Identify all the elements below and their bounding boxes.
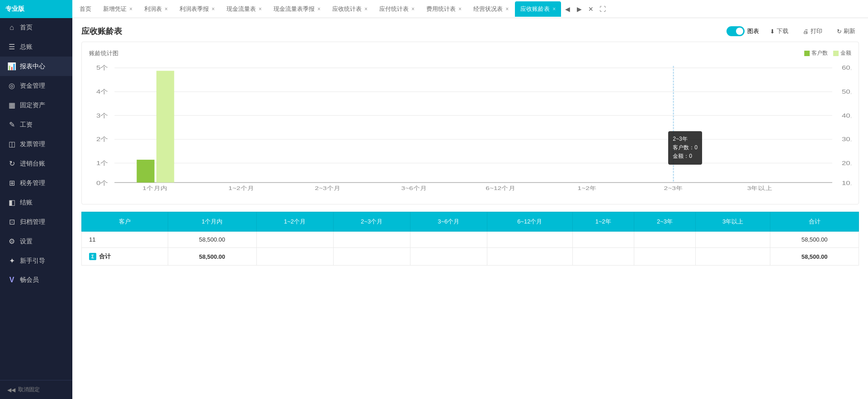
collapse-icon: ◀◀	[7, 387, 15, 393]
fund-icon: ◎	[7, 81, 16, 90]
tab-close-payable-stat[interactable]: ×	[411, 6, 415, 12]
sidebar-item-purchase[interactable]: ↻ 进销台账	[0, 154, 72, 173]
sidebar-item-home[interactable]: ⌂ 首页	[0, 18, 72, 37]
sidebar-item-guide[interactable]: ✦ 新手引导	[0, 251, 72, 271]
sidebar-item-label: 结账	[20, 199, 33, 207]
svg-text:1个月内: 1个月内	[142, 185, 168, 191]
chart-svg: 5个 4个 3个 2个 1个 0个 60,000.00元 50,000.00元 …	[89, 61, 851, 192]
invoice-icon: ◫	[7, 140, 16, 148]
tab-home[interactable]: 首页	[74, 1, 97, 17]
tab-scroll-left[interactable]: ◀	[562, 4, 573, 14]
svg-text:1~2个月: 1~2个月	[228, 185, 255, 191]
cell-y3plus	[695, 232, 770, 248]
sidebar-collapse-btn[interactable]: ◀◀ 取消固定	[0, 380, 72, 399]
tab-cashflow-quarter[interactable]: 现金流量表季报 ×	[268, 1, 326, 17]
download-icon: ⬇	[770, 28, 775, 35]
page-title: 应收账龄表	[81, 26, 122, 37]
sidebar-item-vip[interactable]: V 畅会员	[0, 271, 72, 290]
tab-close-profit-quarter[interactable]: ×	[212, 6, 215, 12]
sidebar-item-tax[interactable]: ⊞ 税务管理	[0, 173, 72, 193]
cell-total-label: Σ 合计	[82, 248, 168, 266]
cell-customer: 11	[82, 232, 168, 248]
cell-m612	[487, 232, 572, 248]
sidebar-item-archive[interactable]: ⊡ 归档管理	[0, 212, 72, 232]
sidebar-item-fund[interactable]: ◎ 资金管理	[0, 76, 72, 95]
tab-close-cashflow-quarter[interactable]: ×	[317, 6, 321, 12]
svg-text:1~2年: 1~2年	[578, 185, 597, 191]
sidebar-item-fixed[interactable]: ▦ 固定资产	[0, 95, 72, 115]
tab-voucher[interactable]: 新增凭证 ×	[98, 1, 138, 17]
svg-text:10,000.00元: 10,000.00元	[842, 180, 851, 186]
cell-total-m1: 58,500.00	[168, 248, 256, 266]
sidebar-item-label: 设置	[20, 238, 33, 246]
tab-close-business-stat[interactable]: ×	[505, 6, 509, 12]
col-header-y23: 2~3年	[634, 212, 695, 232]
svg-text:30,000.00元: 30,000.00元	[842, 136, 851, 142]
download-button[interactable]: ⬇ 下载	[766, 25, 792, 37]
table-header-row: 客户 1个月内 1~2个月 2~3个月 3~6个月 6~12个月 1~2年 2~…	[82, 212, 859, 232]
purchase-icon: ↻	[7, 159, 16, 168]
tab-profit-quarter[interactable]: 利润表季报 ×	[174, 1, 220, 17]
sidebar: 专业版 ⌂ 首页 ☰ 总账 📊 报表中心 ◎ 资金管理 ▦ 固定资产 ✎ 工资 …	[0, 0, 72, 399]
sidebar-item-label: 发票管理	[20, 140, 45, 148]
tab-close-all[interactable]: ✕	[585, 4, 596, 14]
svg-text:3个: 3个	[96, 112, 108, 119]
chart-title: 账龄统计图	[89, 49, 851, 57]
tab-close-receivable-stat[interactable]: ×	[364, 6, 368, 12]
chart-toggle[interactable]	[726, 26, 745, 36]
print-icon: 🖨	[803, 28, 809, 35]
page-content: 应收账龄表 图表 ⬇ 下载 🖨 打印 ↻ 刷新	[72, 18, 868, 399]
tab-close-cashflow[interactable]: ×	[259, 6, 262, 12]
sidebar-item-invoice[interactable]: ◫ 发票管理	[0, 134, 72, 154]
tab-cashflow[interactable]: 现金流量表 ×	[221, 1, 267, 17]
bar-amount-1	[156, 71, 174, 182]
tab-business-stat[interactable]: 经营状况表 ×	[468, 1, 514, 17]
tab-close-voucher[interactable]: ×	[129, 6, 132, 12]
col-header-y3plus: 3年以上	[695, 212, 770, 232]
sidebar-item-label: 总账	[20, 43, 33, 51]
cell-total-y23	[634, 248, 695, 266]
tab-payable-stat[interactable]: 应付统计表 ×	[374, 1, 420, 17]
legend-customers: 客户数	[804, 49, 828, 57]
cell-total-y3plus	[695, 248, 770, 266]
tax-icon: ⊞	[7, 179, 16, 187]
tab-expense-stat[interactable]: 费用统计表 ×	[421, 1, 467, 17]
salary-icon: ✎	[7, 120, 16, 129]
cell-total-m612	[487, 248, 572, 266]
tab-profit[interactable]: 利润表 ×	[139, 1, 173, 17]
sidebar-item-settings[interactable]: ⚙ 设置	[0, 232, 72, 251]
chart-area: 账龄统计图 客户数 金额 5个 4个 3个 2个	[81, 42, 859, 204]
svg-text:4个: 4个	[96, 88, 108, 95]
sidebar-item-ledger[interactable]: ☰ 总账	[0, 37, 72, 57]
refresh-button[interactable]: ↻ 刷新	[833, 25, 859, 37]
svg-text:3~6个月: 3~6个月	[401, 185, 428, 191]
page-header: 应收账龄表 图表 ⬇ 下载 🖨 打印 ↻ 刷新	[72, 18, 868, 42]
print-button[interactable]: 🖨 打印	[799, 25, 826, 37]
sidebar-item-closing[interactable]: ◧ 结账	[0, 193, 72, 212]
tab-expand[interactable]: ⛶	[597, 4, 608, 14]
sidebar-item-salary[interactable]: ✎ 工资	[0, 115, 72, 134]
svg-text:6~12个月: 6~12个月	[486, 185, 515, 191]
archive-icon: ⊡	[7, 218, 16, 226]
tab-close-expense-stat[interactable]: ×	[458, 6, 462, 12]
bar-customers-1	[137, 160, 154, 182]
tab-aging[interactable]: 应收账龄表 ×	[515, 1, 561, 17]
col-header-m12: 1~2个月	[256, 212, 333, 232]
cell-y12	[572, 232, 634, 248]
cell-m1: 58,500.00	[168, 232, 256, 248]
cell-m12	[256, 232, 333, 248]
chart-toggle-wrap: 图表	[726, 26, 759, 36]
sidebar-item-label: 报表中心	[20, 62, 45, 71]
refresh-icon: ↻	[837, 28, 842, 35]
svg-text:40,000.00元: 40,000.00元	[842, 112, 851, 119]
svg-text:0个: 0个	[96, 180, 108, 186]
table-row: 11 58,500.00 58,500.00	[82, 232, 859, 248]
legend-amount-color	[833, 51, 839, 56]
sidebar-item-report[interactable]: 📊 报表中心	[0, 57, 72, 76]
tab-scroll-right[interactable]: ▶	[574, 4, 585, 14]
tab-close-profit[interactable]: ×	[165, 6, 168, 12]
col-header-m612: 6~12个月	[487, 212, 572, 232]
col-header-m23: 2~3个月	[333, 212, 410, 232]
tab-receivable-stat[interactable]: 应收统计表 ×	[327, 1, 373, 17]
tab-close-aging[interactable]: ×	[552, 6, 556, 12]
